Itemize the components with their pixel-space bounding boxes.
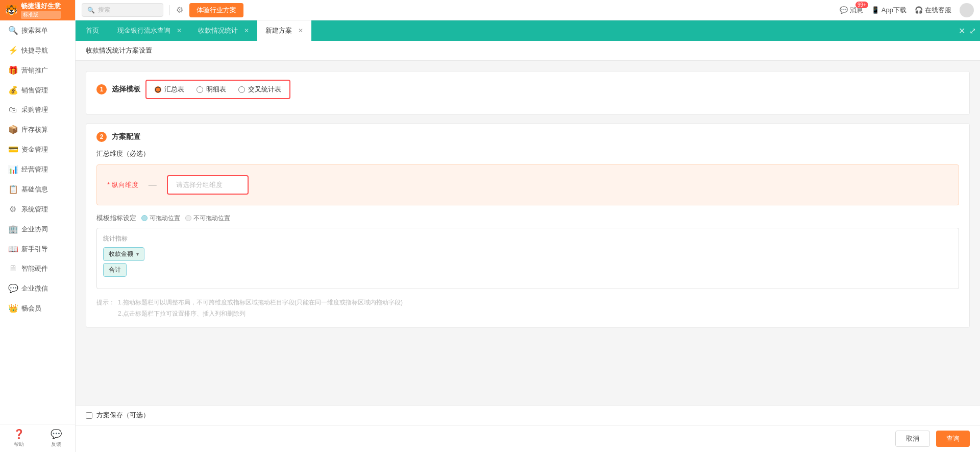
tab-home[interactable]: 首页 [76,20,109,41]
metric-sub-1[interactable]: 合计 [103,263,127,277]
sidebar-item-purchase[interactable]: 🛍 采购管理 [0,100,75,120]
finance-icon: 💳 [8,145,17,154]
dimension-area: * 纵向维度 — 请选择分组维度 [96,164,959,205]
step2-section: 2 方案配置 汇总维度（必选） * 纵向维度 — 请选择分组维度 模板指标设定 [86,123,970,328]
sidebar-item-basic[interactable]: 📋 基础信息 [0,179,75,199]
radio-detail[interactable] [197,86,203,93]
sidebar-item-label-sales: 销售管理 [21,86,48,95]
template-cross[interactable]: 交叉统计表 [238,85,281,94]
close-window-icon[interactable]: ✕ [959,26,965,36]
notifications-item[interactable]: 💬 消息 99+ [840,6,863,15]
chevron-down-icon: ▾ [136,251,139,257]
sidebar-item-finance[interactable]: 💳 资金管理 [0,139,75,159]
tab-cashflow-close[interactable]: ✕ [177,27,182,34]
sidebar-item-label-wechat: 企业微信 [21,284,48,293]
sidebar-item-label-quick_nav: 快捷导航 [21,46,48,55]
sidebar-item-marketing[interactable]: 🎁 营销推广 [0,60,75,80]
topbar-right: 💬 消息 99+ 📱 App下载 🎧 在线客服 [840,3,974,17]
sidebar-item-quick_nav[interactable]: ⚡ 快捷导航 [0,40,75,60]
settings-icon[interactable]: ⚙ [176,5,183,15]
search-placeholder: 搜索 [98,6,110,14]
guide-icon: 📖 [8,244,17,254]
sidebar-item-inventory[interactable]: 📦 库存核算 [0,120,75,139]
user-avatar[interactable] [960,3,974,17]
inventory-icon: 📦 [8,125,17,134]
tip-1: 提示： 1.拖动标题栏可以调整布局，不可跨维度或指标区域拖动栏目字段(只能在同一… [96,297,959,308]
sidebar-item-label-finance: 资金管理 [21,145,48,154]
dimension-row: * 纵向维度 — 请选择分组维度 [107,175,249,195]
online-support-item[interactable]: 🎧 在线客服 [915,6,951,15]
sidebar-item-sales[interactable]: 💰 销售管理 [0,80,75,100]
sidebar-item-label-marketing: 营销推广 [21,66,48,75]
tab-collection-close[interactable]: ✕ [244,27,249,34]
sidebar-item-label-inventory: 库存核算 [21,125,48,134]
main-area: 🔍 搜索 ⚙ 体验行业方案 💬 消息 99+ 📱 App下载 🎧 在线客服 [76,0,980,452]
metrics-toggle-nondraggable: 不可拖动位置 [185,214,230,223]
radio-cross[interactable] [238,86,245,93]
step2-header: 2 方案配置 [96,132,959,142]
dimension-selector[interactable]: 请选择分组维度 [167,175,249,195]
sidebar-item-label-basic: 基础信息 [21,185,48,194]
enterprise-icon: 🏢 [8,224,17,234]
template-detail-label: 明细表 [206,85,226,94]
metrics-title: 模板指标设定 [96,213,136,223]
tab-collection-label: 收款情况统计 [198,26,238,35]
arrow-icon: — [149,180,157,189]
metrics-toggle-draggable: 可拖动位置 [141,214,180,223]
sidebar-item-system[interactable]: ⚙ 系统管理 [0,199,75,219]
tab-new-plan-close[interactable]: ✕ [298,27,303,34]
message-icon: 💬 [840,6,848,14]
metrics-header: 模板指标设定 可拖动位置 不可拖动位置 [96,213,959,223]
divider [169,5,170,15]
step2-title: 方案配置 [112,132,140,141]
metric-tag-1[interactable]: 收款金额 ▾ [103,247,144,261]
step1-section: 1 选择模板 汇总表 明细表 交叉统计表 [86,71,970,115]
radio-summary[interactable] [155,86,161,93]
sidebar-item-label-guide: 新手引导 [21,245,48,254]
footer-bar: 取消 查询 [76,425,980,452]
sidebar-item-label-operation: 经营管理 [21,165,48,174]
sidebar-item-wechat[interactable]: 💬 企业微信 [0,278,75,298]
save-checkbox[interactable] [86,412,92,419]
sidebar-item-guide[interactable]: 📖 新手引导 [0,239,75,259]
sidebar-bottom-help[interactable]: ❓ 帮助 [13,429,24,448]
sidebar-item-hardware[interactable]: 🖥 智能硬件 [0,259,75,278]
online-support-label: 在线客服 [925,6,951,15]
tab-new-plan[interactable]: 新建方案 ✕ [257,20,311,41]
sidebar-item-search[interactable]: 🔍 搜索菜单 [0,20,75,40]
sidebar-item-enterprise[interactable]: 🏢 企业协同 [0,219,75,239]
industry-solution-button[interactable]: 体验行业方案 [189,3,243,17]
content-header: 收款情况统计方案设置 [76,41,980,61]
content-body: 1 选择模板 汇总表 明细表 交叉统计表 [76,61,980,405]
tab-new-plan-label: 新建方案 [265,26,292,35]
cancel-button[interactable]: 取消 [895,431,930,447]
app-download-item[interactable]: 📱 App下载 [871,6,906,15]
wechat-icon: 💬 [8,283,17,293]
tip-2: 提示： 2.点击标题栏下拉可设置排序、插入列和删除列 [96,308,959,320]
template-cross-label: 交叉统计表 [248,85,281,94]
save-label: 方案保存（可选） [96,411,150,420]
tip-text-2: 2.点击标题栏下拉可设置排序、插入列和删除列 [118,308,246,320]
template-detail[interactable]: 明细表 [197,85,226,94]
sidebar-item-label-system: 系统管理 [21,205,48,214]
expand-icon[interactable]: ⤢ [969,26,976,36]
tab-collection[interactable]: 收款情况统计 ✕ [190,20,257,41]
step1-header: 1 选择模板 汇总表 明细表 交叉统计表 [96,80,959,99]
sidebar-logo: 🐯 畅捷通好生意 标准版 [0,0,75,20]
query-button[interactable]: 查询 [936,431,970,447]
system-icon: ⚙ [8,204,17,214]
sidebar-item-member[interactable]: 👑 畅会员 [0,298,75,318]
tab-cashflow[interactable]: 现金银行流水查询 ✕ [109,20,190,41]
save-option-bar: 方案保存（可选） [76,405,980,425]
step1-number: 1 [96,84,107,94]
sidebar-bottom-feedback[interactable]: 💬 反馈 [51,429,62,448]
draggable-dot [141,215,148,221]
sidebar-item-label-enterprise: 企业协同 [21,225,48,234]
search-icon: 🔍 [8,26,17,35]
template-options: 汇总表 明细表 交叉统计表 [145,80,290,99]
logo-name: 畅捷通好生意 [21,2,61,11]
template-summary[interactable]: 汇总表 [155,85,184,94]
template-summary-label: 汇总表 [164,85,184,94]
dimension-title: 汇总维度（必选） [96,149,959,158]
sidebar-item-operation[interactable]: 📊 经营管理 [0,159,75,179]
